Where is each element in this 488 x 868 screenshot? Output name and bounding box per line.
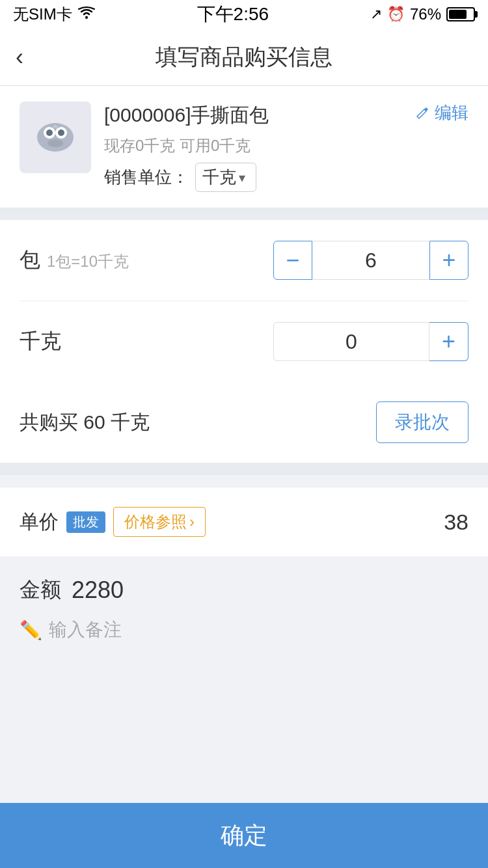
kg-label-wrap: 千克 <box>20 327 61 356</box>
status-time: 下午2:56 <box>197 2 269 27</box>
bao-increment-button[interactable]: + <box>429 241 468 280</box>
summary-text: 共购买 60 千克 <box>20 409 150 436</box>
svg-point-5 <box>58 129 64 136</box>
product-info: [0000006]手撕面包 编辑 现存0千克 可用0千克 销售单位： 千克 ▾ <box>104 102 468 192</box>
svg-point-6 <box>47 139 63 147</box>
amount-label: 金额 <box>20 576 61 604</box>
svg-point-4 <box>46 129 53 136</box>
confirm-button[interactable]: 确定 <box>0 803 488 868</box>
kg-label: 千克 <box>20 327 61 356</box>
summary-section: 共购买 60 千克 录批次 <box>0 382 488 463</box>
edit-label: 编辑 <box>435 102 468 124</box>
remark-placeholder: 输入备注 <box>49 617 122 642</box>
svg-point-0 <box>85 16 88 19</box>
back-button[interactable]: ‹ <box>16 44 23 71</box>
amount-value: 2280 <box>72 576 124 604</box>
divider-1 <box>0 208 488 220</box>
price-section: 单价 批发 价格参照 › 38 <box>0 487 488 556</box>
page-title: 填写商品购买信息 <box>156 42 332 72</box>
remark-row[interactable]: ✏️ 输入备注 <box>20 617 468 642</box>
bao-stepper: − + <box>273 241 468 280</box>
unit-label: 销售单位： <box>104 166 189 189</box>
nav-bar: ‹ 填写商品购买信息 <box>0 29 488 86</box>
alarm-icon: ⏰ <box>387 6 405 23</box>
pifa-badge: 批发 <box>66 511 105 533</box>
price-ref-button[interactable]: 价格参照 › <box>113 507 206 537</box>
battery-icon <box>446 7 475 21</box>
bao-label-wrap: 包 1包=10千克 <box>20 246 129 275</box>
product-card: [0000006]手撕面包 编辑 现存0千克 可用0千克 销售单位： 千克 ▾ <box>0 86 488 208</box>
pencil-icon: ✏️ <box>20 619 42 641</box>
status-bar: 无SIM卡 下午2:56 ↗ ⏰ 76% <box>0 0 488 29</box>
input-section: 包 1包=10千克 − + 千克 + <box>0 220 488 382</box>
amount-row: 金额 2280 <box>20 576 468 604</box>
unit-dropdown-icon: ▾ <box>239 170 245 185</box>
battery-percent: 76% <box>410 5 441 23</box>
unit-select[interactable]: 千克 ▾ <box>195 163 256 192</box>
price-label: 单价 <box>20 509 59 536</box>
price-row: 单价 批发 价格参照 › 38 <box>20 507 468 537</box>
location-icon: ↗ <box>370 6 382 23</box>
bao-decrement-button[interactable]: − <box>273 241 312 280</box>
price-label-wrap: 单价 批发 价格参照 › <box>20 507 206 537</box>
product-stock: 现存0千克 可用0千克 <box>104 135 468 156</box>
kg-increment-button[interactable]: + <box>429 322 468 361</box>
price-ref-label: 价格参照 <box>124 511 187 532</box>
status-left: 无SIM卡 <box>13 4 96 25</box>
product-thumbnail-icon <box>33 115 78 161</box>
wifi-icon <box>77 5 96 23</box>
product-unit-row: 销售单位： 千克 ▾ <box>104 163 468 192</box>
price-ref-arrow-icon: › <box>189 513 195 531</box>
bao-input[interactable] <box>312 241 429 280</box>
divider-2 <box>0 463 488 475</box>
amount-section: 金额 2280 ✏️ 输入备注 <box>0 556 488 662</box>
status-right: ↗ ⏰ 76% <box>370 5 475 23</box>
price-value: 38 <box>444 509 468 535</box>
bao-hint: 1包=10千克 <box>47 251 129 272</box>
bao-input-row: 包 1包=10千克 − + <box>20 220 468 301</box>
carrier-text: 无SIM卡 <box>13 4 72 25</box>
bao-label: 包 <box>20 246 40 275</box>
unit-value: 千克 <box>202 166 236 189</box>
product-name: [0000006]手撕面包 <box>104 102 269 129</box>
kg-input-right: + <box>273 322 468 361</box>
batch-button[interactable]: 录批次 <box>376 401 468 443</box>
kg-input-row: 千克 + <box>20 301 468 382</box>
kg-input[interactable] <box>273 322 429 361</box>
product-image <box>20 102 91 173</box>
edit-link[interactable]: 编辑 <box>415 102 468 124</box>
